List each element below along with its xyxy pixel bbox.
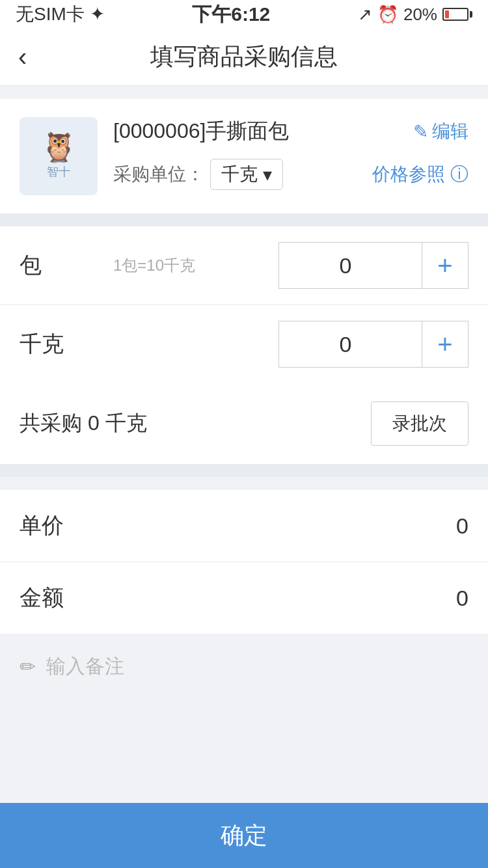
nav-bar: ‹ 填写商品采购信息 <box>0 29 488 86</box>
bag-qty-input-wrap: + <box>278 242 468 289</box>
bag-plus-button[interactable]: + <box>422 242 468 289</box>
kg-label: 千克 <box>20 329 98 359</box>
status-left: 无SIM卡 ✦ <box>16 2 105 27</box>
status-time: 下午6:12 <box>192 1 270 28</box>
product-header: [0000006]手撕面包 ✎ 编辑 <box>113 117 468 146</box>
amount-value: 0 <box>456 586 468 611</box>
chevron-down-icon: ▾ <box>263 164 272 185</box>
input-section: 包 1包=10千克 + 千克 + <box>0 226 488 383</box>
summary-text: 共采购 0 千克 <box>20 409 147 438</box>
status-right: ↗ ⏰ 20% <box>358 5 472 25</box>
unit-price-row: 单价 0 <box>0 490 488 562</box>
unit-label: 采购单位： <box>113 164 204 184</box>
section-divider-2 <box>0 464 488 477</box>
product-card: 🦉 智十 [0000006]手撕面包 ✎ 编辑 采购单位： 千克 ▾ <box>0 99 488 213</box>
product-unit-row: 采购单位： 千克 ▾ 价格参照 ⓘ <box>113 159 468 190</box>
product-info: [0000006]手撕面包 ✎ 编辑 采购单位： 千克 ▾ 价格参照 ⓘ <box>113 117 468 190</box>
battery-percent: 20% <box>403 5 437 25</box>
record-batch-button[interactable]: 录批次 <box>371 401 468 446</box>
sim-status: 无SIM卡 ✦ <box>16 2 105 27</box>
bag-input-row: 包 1包=10千克 + <box>0 226 488 305</box>
location-icon: ↗ <box>358 5 372 25</box>
unit-select[interactable]: 千克 ▾ <box>210 159 283 190</box>
back-button[interactable]: ‹ <box>18 42 27 72</box>
note-section: ✏ 输入备注 <box>0 634 488 699</box>
kg-qty-input-wrap: + <box>278 321 468 368</box>
amount-row: 金额 0 <box>0 562 488 634</box>
alarm-icon: ⏰ <box>377 5 398 25</box>
bag-label: 包 <box>20 251 98 280</box>
edit-icon: ✎ <box>413 121 428 142</box>
unit-price-value: 0 <box>456 513 468 539</box>
product-image: 🦉 智十 <box>20 117 98 195</box>
unit-price-label: 单价 <box>20 511 64 541</box>
edit-button[interactable]: ✎ 编辑 <box>413 119 468 144</box>
section-divider-1 <box>0 213 488 226</box>
kg-input-row: 千克 + <box>0 305 488 383</box>
help-icon: ⓘ <box>450 162 468 187</box>
price-amount-section: 单价 0 金额 0 <box>0 490 488 634</box>
price-ref-button[interactable]: 价格参照 ⓘ <box>372 162 468 187</box>
confirm-button[interactable]: 确定 <box>0 803 488 868</box>
pencil-icon: ✏ <box>20 655 36 678</box>
page-title: 填写商品采购信息 <box>150 41 338 73</box>
summary-row: 共采购 0 千克 录批次 <box>0 383 488 464</box>
bag-quantity-input[interactable] <box>278 242 422 289</box>
kg-plus-button[interactable]: + <box>422 321 468 368</box>
product-logo-icon: 🦉 <box>41 133 77 161</box>
status-bar: 无SIM卡 ✦ 下午6:12 ↗ ⏰ 20% <box>0 0 488 29</box>
product-image-label: 智十 <box>47 164 70 180</box>
kg-quantity-input[interactable] <box>278 321 422 368</box>
unit-label-group: 采购单位： 千克 ▾ <box>113 159 283 190</box>
bag-sublabel: 1包=10千克 <box>113 255 195 276</box>
battery-icon <box>442 8 472 21</box>
product-name: [0000006]手撕面包 <box>113 117 289 146</box>
note-placeholder: 输入备注 <box>46 653 124 680</box>
amount-label: 金额 <box>20 583 64 613</box>
